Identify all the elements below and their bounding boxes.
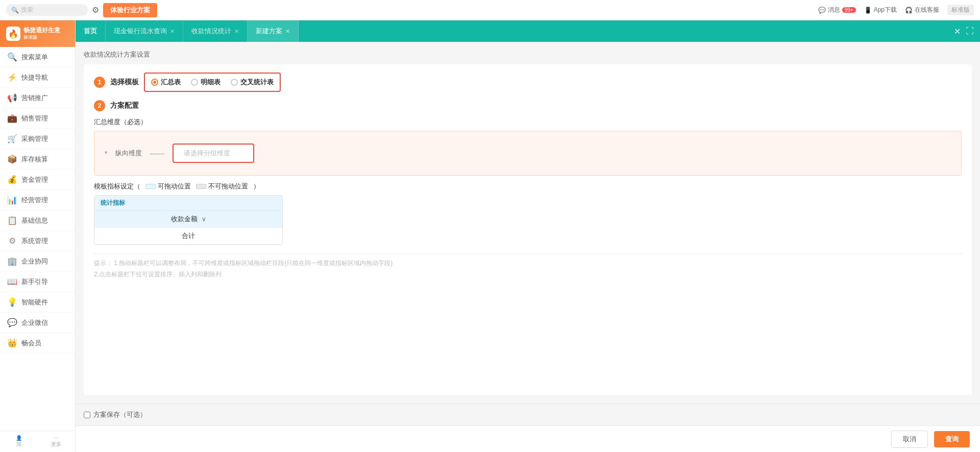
sidebar-bottom-right[interactable]: ⋯ 更多 bbox=[38, 435, 76, 448]
tab-receipt-close[interactable]: ✕ bbox=[234, 28, 239, 35]
metrics-row-total: 合计 bbox=[94, 228, 282, 245]
service-label: 在线客服 bbox=[915, 6, 939, 14]
download-icon: 📱 bbox=[864, 7, 872, 14]
finance-icon: 💰 bbox=[7, 175, 17, 184]
step1-label: 选择模板 bbox=[110, 78, 139, 87]
radio-cross-dot bbox=[231, 79, 238, 86]
sidebar-item-member[interactable]: 👑 畅会员 bbox=[0, 333, 75, 353]
logo-sub: 标准版 bbox=[23, 34, 60, 41]
close-window-icon[interactable]: ✕ bbox=[954, 27, 961, 36]
notification-item[interactable]: 💬 消息 99+ bbox=[818, 6, 856, 14]
main: 首页 现金银行流水查询 ✕ 收款情况统计 ✕ 新建方案 ✕ ✕ ⛶ 收款情况统计… bbox=[76, 20, 980, 452]
sidebar-label-finance: 资金管理 bbox=[21, 175, 48, 184]
radio-detail-label: 明细表 bbox=[201, 78, 220, 87]
tab-receipt-label: 收款情况统计 bbox=[191, 27, 231, 36]
vertical-dimension-label: 纵向维度 bbox=[115, 149, 142, 158]
query-button[interactable]: 查询 bbox=[934, 431, 970, 447]
metrics-row-amount[interactable]: 收款金额 ∨ bbox=[94, 211, 282, 228]
sidebar-item-guide[interactable]: 📖 新手引导 bbox=[0, 272, 75, 292]
fixed-label: 不可拖动位置 bbox=[208, 182, 248, 191]
tab-new-plan[interactable]: 新建方案 ✕ bbox=[248, 20, 299, 42]
enterprise-icon: 🏢 bbox=[7, 256, 17, 266]
fixed-legend: 不可拖动位置 bbox=[196, 182, 248, 191]
sidebar-label-marketing: 营销推广 bbox=[21, 93, 48, 103]
sidebar-label-sales: 销售管理 bbox=[21, 114, 48, 123]
tab-new-plan-close[interactable]: ✕ bbox=[285, 28, 290, 35]
radio-detail[interactable]: 明细表 bbox=[191, 78, 220, 87]
sidebar-item-system[interactable]: ⚙ 系统管理 bbox=[0, 231, 75, 251]
dimension-area: * 纵向维度 —— 请选择分组维度 bbox=[94, 131, 962, 176]
sidebar-label-member: 畅会员 bbox=[21, 339, 41, 348]
sidebar-label-quick: 快捷导航 bbox=[21, 73, 48, 82]
sidebar-item-wechat[interactable]: 💬 企业微信 bbox=[0, 313, 75, 333]
notification-icon: 💬 bbox=[818, 7, 826, 14]
step1-header: 1 选择模板 汇总表 明细表 bbox=[94, 73, 962, 92]
search-menu-icon: 🔍 bbox=[7, 52, 17, 62]
step2-label: 方案配置 bbox=[110, 101, 139, 110]
search-box[interactable]: 🔍 搜索 bbox=[6, 4, 88, 16]
sidebar-label-enterprise: 企业协同 bbox=[21, 257, 48, 266]
sidebar-item-purchase[interactable]: 🛒 采购管理 bbox=[0, 129, 75, 149]
sidebar-label-management: 经营管理 bbox=[21, 196, 48, 205]
maximize-icon[interactable]: ⛶ bbox=[966, 27, 974, 36]
sidebar-bottom-left[interactable]: 👤 我 bbox=[0, 435, 38, 448]
metrics-title: 模板指标设定（ bbox=[94, 182, 140, 191]
tab-receipt[interactable]: 收款情况统计 ✕ bbox=[183, 20, 248, 42]
sidebar-item-inventory[interactable]: 📦 库存核算 bbox=[0, 149, 75, 170]
close-paren: ） bbox=[253, 182, 260, 191]
sidebar-item-sales[interactable]: 💼 销售管理 bbox=[0, 108, 75, 129]
gear-icon[interactable]: ⚙ bbox=[92, 5, 99, 15]
dimension-row: * 纵向维度 —— 请选择分组维度 bbox=[105, 144, 951, 163]
tab-home[interactable]: 首页 bbox=[76, 20, 106, 42]
cancel-button[interactable]: 取消 bbox=[891, 431, 928, 448]
step1-badge: 1 bbox=[94, 77, 105, 88]
radio-summary[interactable]: 汇总表 bbox=[151, 78, 181, 87]
user-area[interactable]: 标准版 bbox=[947, 5, 974, 15]
sales-icon: 💼 bbox=[7, 113, 17, 123]
radio-summary-dot bbox=[151, 79, 158, 86]
metrics-total-label: 合计 bbox=[182, 231, 195, 241]
hardware-icon: 💡 bbox=[7, 297, 17, 307]
metrics-table-title: 统计指标 bbox=[101, 199, 125, 207]
more-icon: ⋯ bbox=[54, 435, 59, 441]
sidebar-item-hardware[interactable]: 💡 智能硬件 bbox=[0, 292, 75, 313]
download-label: App下载 bbox=[874, 6, 897, 14]
top-header: 🔍 搜索 ⚙ 体验行业方案 💬 消息 99+ 📱 App下载 🎧 在线客服 标准… bbox=[0, 0, 980, 20]
sidebar-item-marketing[interactable]: 📢 营销推广 bbox=[0, 88, 75, 108]
tab-cashflow[interactable]: 现金银行流水查询 ✕ bbox=[106, 20, 183, 42]
bottom-save-section: 方案保存（可选） bbox=[76, 403, 980, 425]
tab-cashflow-label: 现金银行流水查询 bbox=[114, 27, 167, 36]
sidebar-item-management[interactable]: 📊 经营管理 bbox=[0, 190, 75, 210]
metrics-header: 模板指标设定（ 可拖动位置 不可拖动位置 ） bbox=[94, 182, 962, 191]
metrics-section: 模板指标设定（ 可拖动位置 不可拖动位置 ） bbox=[94, 182, 962, 245]
movable-label: 可拖动位置 bbox=[158, 182, 191, 191]
required-mark: * bbox=[105, 150, 107, 157]
member-icon: 👑 bbox=[7, 338, 17, 348]
logo-icon: 🔥 bbox=[6, 27, 20, 41]
save-checkbox[interactable] bbox=[84, 412, 90, 418]
sidebar-item-quick[interactable]: ⚡ 快捷导航 bbox=[0, 67, 75, 88]
wechat-icon: 💬 bbox=[7, 318, 17, 327]
page-content: 收款情况统计方案设置 1 选择模板 汇总表 bbox=[76, 42, 980, 403]
download-item[interactable]: 📱 App下载 bbox=[864, 6, 897, 14]
radio-cross[interactable]: 交叉统计表 bbox=[231, 78, 274, 87]
tab-home-label: 首页 bbox=[84, 27, 97, 36]
metrics-chevron-icon[interactable]: ∨ bbox=[202, 216, 206, 223]
radio-cross-label: 交叉统计表 bbox=[240, 78, 274, 87]
dimension-section: 汇总维度（必选） * 纵向维度 —— 请选择分组维度 bbox=[94, 117, 962, 176]
management-icon: 📊 bbox=[7, 195, 17, 205]
metrics-amount-label: 收款金额 bbox=[171, 215, 198, 224]
search-placeholder: 搜索 bbox=[21, 6, 33, 14]
sidebar-logo: 🔥 畅捷通好生意 标准版 bbox=[0, 20, 75, 47]
sidebar-item-search[interactable]: 🔍 搜索菜单 bbox=[0, 47, 75, 67]
basic-info-icon: 📋 bbox=[7, 216, 17, 225]
tab-cashflow-close[interactable]: ✕ bbox=[170, 28, 175, 35]
sidebar-item-basic[interactable]: 📋 基础信息 bbox=[0, 210, 75, 231]
trial-button[interactable]: 体验行业方案 bbox=[103, 3, 157, 17]
sidebar-item-enterprise[interactable]: 🏢 企业协同 bbox=[0, 251, 75, 272]
dimension-selector[interactable]: 请选择分组维度 bbox=[173, 144, 254, 163]
sidebar-label-guide: 新手引导 bbox=[21, 277, 48, 287]
sidebar-item-finance[interactable]: 💰 资金管理 bbox=[0, 170, 75, 190]
service-item[interactable]: 🎧 在线客服 bbox=[905, 6, 939, 14]
tab-bar: 首页 现金银行流水查询 ✕ 收款情况统计 ✕ 新建方案 ✕ ✕ ⛶ bbox=[76, 20, 980, 42]
